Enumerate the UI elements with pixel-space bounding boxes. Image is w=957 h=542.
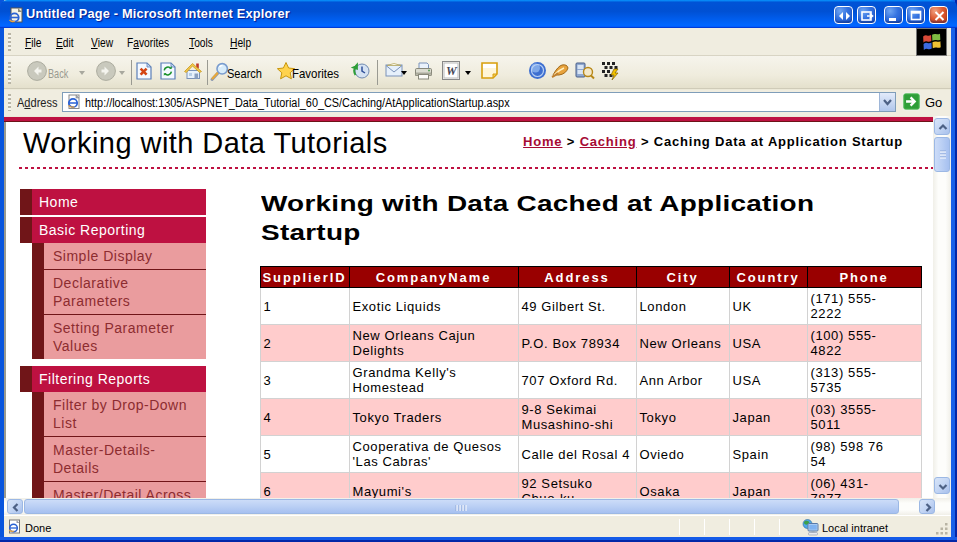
svg-text:W: W — [446, 64, 458, 78]
